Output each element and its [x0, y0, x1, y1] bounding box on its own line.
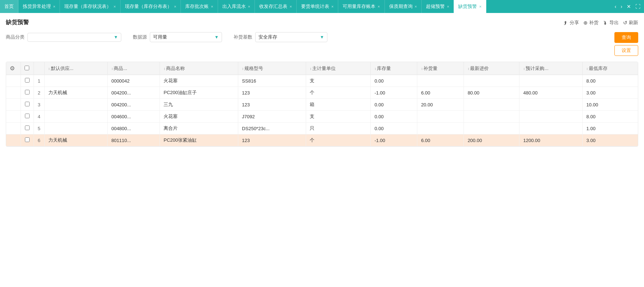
row-unit-1: 个 — [306, 87, 371, 99]
tab-close-11[interactable]: × — [479, 4, 481, 9]
data-table: ⚙ ↕默认供应... ↕商品... ↕商品名称 ↕规格型号 ↕主计量单位 ↕库存… — [6, 62, 638, 146]
row-checkbox-3[interactable] — [25, 114, 30, 118]
row-settings-0 — [6, 75, 21, 87]
row-min-stock-0: 8.00 — [583, 75, 638, 87]
spec-header[interactable]: ↕规格型号 — [238, 62, 306, 75]
num-header — [34, 62, 44, 75]
row-checkbox-4[interactable] — [25, 125, 30, 130]
export-button[interactable]: ⮯ 导出 — [603, 19, 619, 26]
row-settings-1 — [6, 87, 21, 99]
row-supplier-3 — [44, 111, 108, 123]
tab-close-2[interactable]: × — [113, 4, 116, 9]
row-num-0: 1 — [34, 75, 44, 87]
category-chevron-icon: ▼ — [114, 35, 118, 40]
row-est-purchase-0 — [519, 75, 583, 87]
replenish-button[interactable]: ⊕ 补货 — [583, 19, 599, 26]
latest-price-header[interactable]: ↕最新进价 — [464, 62, 519, 75]
nav-next-arrow[interactable]: › — [618, 2, 625, 11]
row-checkbox-5[interactable] — [25, 137, 30, 142]
row-num-1: 2 — [34, 87, 44, 99]
row-spec-0: SS816 — [238, 75, 306, 87]
nav-arrows: ‹ › ✕ ⛶ — [611, 2, 644, 11]
row-checkbox-cell-5 — [21, 134, 34, 146]
row-checkbox-2[interactable] — [25, 102, 30, 106]
settings-button[interactable]: 设置 — [614, 45, 638, 56]
row-stock-0: 0.00 — [371, 75, 417, 87]
nav-tab-0[interactable]: 首页 — [0, 0, 18, 13]
nav-tab-9[interactable]: 保质期查询× — [385, 0, 422, 13]
row-latest-price-3 — [464, 111, 519, 123]
nav-tab-5[interactable]: 出入库流水× — [218, 0, 255, 13]
replenish-header[interactable]: ↕补货量 — [417, 62, 464, 75]
row-checkbox-0[interactable] — [25, 78, 30, 83]
row-checkbox-cell-1 — [21, 87, 34, 99]
row-est-purchase-5: 1200.00 — [519, 134, 583, 146]
page-header: 缺货预警 ⮭ 分享 ⊕ 补货 ⮯ 导出 ↺ 刷新 — [6, 19, 638, 26]
query-button[interactable]: 查询 — [614, 32, 638, 43]
row-replenish-3 — [417, 111, 464, 123]
stock-header[interactable]: ↕库存量 — [371, 62, 417, 75]
table-body: 1 0000042 火花塞 SS816 支 0.00 8.00 2 力天机械 0… — [6, 75, 638, 146]
refresh-button[interactable]: ↺ 刷新 — [623, 19, 638, 26]
row-latest-price-0 — [464, 75, 519, 87]
row-checkbox-1[interactable] — [25, 90, 30, 94]
datasource-select[interactable]: 可用量 ▼ — [150, 32, 222, 42]
share-button[interactable]: ⮭ 分享 — [563, 19, 579, 26]
row-stock-4: 0.00 — [371, 123, 417, 134]
row-replenish-5: 6.00 — [417, 134, 464, 146]
min-stock-header[interactable]: ↕最低库存 — [583, 62, 638, 75]
supplier-header[interactable]: ↕默认供应... — [44, 62, 108, 75]
filter-section: 商品分类 ▼ 数据源 可用量 ▼ 补货基数 安全库存 ▼ — [6, 32, 638, 56]
tab-close-10[interactable]: × — [447, 4, 449, 9]
replenish-base-select[interactable]: 安全库存 ▼ — [255, 32, 327, 42]
row-unit-0: 支 — [306, 75, 371, 87]
nav-fullscreen-arrow[interactable]: ⛶ — [633, 2, 643, 11]
tab-close-7[interactable]: × — [331, 4, 334, 9]
tab-close-3[interactable]: × — [174, 4, 176, 9]
code-header[interactable]: ↕商品... — [108, 62, 160, 75]
nav-restore-arrow[interactable]: ✕ — [625, 2, 633, 11]
nav-tab-7[interactable]: 要货单统计表× — [297, 0, 338, 13]
nav-tab-6[interactable]: 收发存汇总表× — [255, 0, 296, 13]
tab-close-5[interactable]: × — [248, 4, 250, 9]
main-content: 缺货预警 ⮭ 分享 ⊕ 补货 ⮯ 导出 ↺ 刷新 商品分类 — [0, 13, 644, 287]
row-checkbox-cell-0 — [21, 75, 34, 87]
nav-tab-1[interactable]: 拣货异常处理× — [18, 0, 60, 13]
gear-icon[interactable]: ⚙ — [10, 65, 15, 71]
table-container: ⚙ ↕默认供应... ↕商品... ↕商品名称 ↕规格型号 ↕主计量单位 ↕库存… — [6, 62, 638, 147]
nav-tab-11[interactable]: 缺货预警× — [454, 0, 486, 13]
tab-close-8[interactable]: × — [378, 4, 380, 9]
unit-header[interactable]: ↕主计量单位 — [306, 62, 371, 75]
select-all-checkbox[interactable] — [25, 66, 29, 70]
table-row[interactable]: 6 力天机械 801110... PC200张紧油缸 123 个 -1.00 6… — [6, 134, 638, 146]
name-header[interactable]: ↕商品名称 — [160, 62, 238, 75]
nav-tab-8[interactable]: 可用量库存账本× — [338, 0, 384, 13]
nav-tab-3[interactable]: 现存量（库存分布表）× — [121, 0, 181, 13]
row-name-5: PC200张紧油缸 — [160, 134, 238, 146]
settings-header: ⚙ — [6, 62, 21, 75]
row-spec-4: DS250*23c... — [238, 123, 306, 134]
datasource-label: 数据源 — [133, 34, 147, 40]
category-select[interactable]: ▼ — [27, 33, 121, 42]
table-row[interactable]: 2 力天机械 004200... PC200油缸庄子 123 个 -1.00 6… — [6, 87, 638, 99]
nav-prev-arrow[interactable]: ‹ — [613, 2, 619, 11]
row-latest-price-1: 80.00 — [464, 87, 519, 99]
row-name-3: 火花塞 — [160, 111, 238, 123]
table-row[interactable]: 1 0000042 火花塞 SS816 支 0.00 8.00 — [6, 75, 638, 87]
tab-close-4[interactable]: × — [211, 4, 213, 9]
tab-close-6[interactable]: × — [290, 4, 292, 9]
row-stock-1: -1.00 — [371, 87, 417, 99]
row-supplier-5: 力天机械 — [44, 134, 108, 146]
table-row[interactable]: 4 004600... 火花塞 J7092 支 0.00 8.00 — [6, 111, 638, 123]
table-row[interactable]: 3 004200... 三九 123 箱 0.00 20.00 10.00 — [6, 99, 638, 111]
nav-tab-10[interactable]: 超储预警× — [422, 0, 454, 13]
nav-tab-4[interactable]: 库存批次账× — [181, 0, 218, 13]
tab-close-1[interactable]: × — [53, 4, 55, 9]
top-nav: 首页拣货异常处理×现存量（库存状况表）×现存量（库存分布表）×库存批次账×出入库… — [0, 0, 644, 13]
table-row[interactable]: 5 004800... 离合片 DS250*23c... 只 0.00 1.00 — [6, 123, 638, 134]
row-latest-price-2 — [464, 99, 519, 111]
datasource-filter: 数据源 可用量 ▼ — [133, 32, 222, 42]
nav-tab-2[interactable]: 现存量（库存状况表）× — [60, 0, 120, 13]
est-purchase-header[interactable]: ↕预计采购... — [519, 62, 583, 75]
tab-close-9[interactable]: × — [415, 4, 417, 9]
